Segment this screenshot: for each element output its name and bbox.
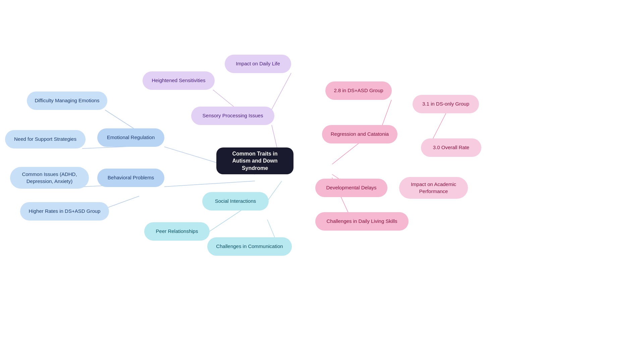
ds-only-group-node: 3.1 in DS-only Group (413, 95, 479, 113)
common-issues-node: Common Issues (ADHD, Depression, Anxiety… (10, 167, 89, 189)
behavioral-problems-node: Behavioral Problems (97, 169, 164, 187)
peer-relationships-label: Peer Relationships (156, 228, 198, 235)
higher-rates-label: Higher Rates in DS+ASD Group (29, 208, 101, 215)
heightened-sensitivities-node: Heightened Sensitivities (143, 71, 215, 90)
center-node: Common Traits in Autism and Down Syndrom… (216, 147, 293, 174)
svg-line-12 (332, 143, 359, 164)
developmental-delays-label: Developmental Delays (326, 184, 376, 191)
social-interactions-label: Social Interactions (215, 198, 256, 204)
overall-rate-label: 3.0 Overall Rate (433, 144, 469, 151)
difficulty-managing-label: Difficulty Managing Emotions (35, 97, 99, 104)
ds-only-group-label: 3.1 in DS-only Group (422, 101, 469, 107)
svg-line-14 (433, 113, 446, 139)
svg-line-9 (267, 181, 282, 201)
ds-asd-group-label: 2.8 in DS+ASD Group (334, 87, 383, 94)
impact-academic-label: Impact on Academic Performance (407, 181, 461, 195)
higher-rates-node: Higher Rates in DS+ASD Group (20, 202, 109, 221)
need-support-label: Need for Support Strategies (14, 136, 76, 142)
center-label: Common Traits in Autism and Down Syndrom… (226, 150, 284, 172)
peer-relationships-node: Peer Relationships (144, 222, 210, 241)
regression-catatonia-label: Regression and Catatonia (331, 131, 389, 137)
overall-rate-node: 3.0 Overall Rate (421, 138, 481, 157)
ds-asd-group-node: 2.8 in DS+ASD Group (325, 81, 392, 100)
challenges-communication-node: Challenges in Communication (207, 237, 292, 256)
social-interactions-node: Social Interactions (202, 192, 269, 210)
emotional-regulation-node: Emotional Regulation (97, 128, 164, 147)
impact-academic-node: Impact on Academic Performance (399, 177, 468, 199)
heightened-sensitivities-label: Heightened Sensitivities (152, 77, 205, 84)
impact-daily-life-node: Impact on Daily Life (225, 55, 291, 73)
challenges-communication-label: Challenges in Communication (216, 243, 283, 250)
emotional-regulation-label: Emotional Regulation (107, 134, 155, 141)
impact-daily-life-label: Impact on Daily Life (236, 60, 280, 67)
developmental-delays-node: Developmental Delays (315, 179, 387, 197)
behavioral-problems-label: Behavioral Problems (108, 174, 154, 181)
svg-line-10 (210, 210, 241, 231)
regression-catatonia-node: Regression and Catatonia (322, 125, 397, 143)
need-support-node: Need for Support Strategies (5, 130, 86, 148)
svg-line-3 (164, 181, 255, 187)
difficulty-managing-node: Difficulty Managing Emotions (27, 92, 107, 110)
sensory-processing-node: Sensory Processing Issues (191, 107, 274, 125)
common-issues-label: Common Issues (ADHD, Depression, Anxiety… (17, 171, 82, 185)
challenges-daily-living-label: Challenges in Daily Living Skills (327, 218, 397, 225)
sensory-processing-label: Sensory Processing Issues (203, 112, 263, 119)
challenges-daily-living-node: Challenges in Daily Living Skills (315, 212, 409, 231)
